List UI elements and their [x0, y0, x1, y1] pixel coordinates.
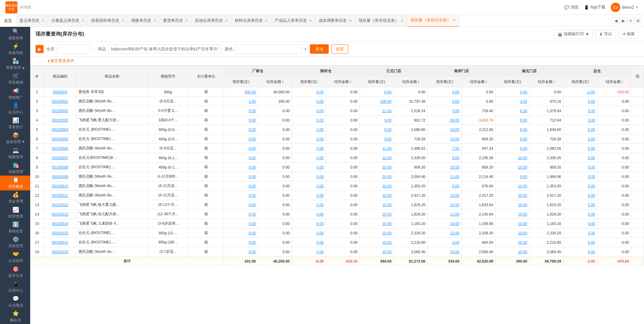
- row-cc-qty[interactable]: 0.00: [292, 181, 326, 191]
- row-na-qty[interactable]: 0.00: [428, 87, 462, 97]
- row-code[interactable]: 00100005: [44, 134, 76, 144]
- tab-close-xiancun-fen[interactable]: ✕: [453, 18, 455, 22]
- row-code[interactable]: 00100015: [44, 228, 76, 238]
- sidebar-item-retail-mall[interactable]: 🛒 零售商城: [0, 72, 30, 86]
- row-na-qty[interactable]: 10.00: [428, 191, 462, 200]
- tab-close-fenpan[interactable]: ✕: [82, 19, 84, 22]
- row-jb-qty[interactable]: 10.00: [360, 172, 393, 181]
- yb-amt-info-icon[interactable]: ℹ: [553, 80, 555, 84]
- row-cf-qty[interactable]: 0.00: [224, 134, 258, 144]
- row-jb-qty[interactable]: 0.00: [360, 87, 393, 97]
- row-yb-qty[interactable]: 10.00: [495, 181, 529, 191]
- tab-diaob[interactable]: 调拨单历史 ✕: [128, 15, 160, 27]
- row-cf-qty[interactable]: 1.00: [224, 97, 258, 106]
- tab-close-xiancun-kuang[interactable]: ✕: [401, 19, 404, 22]
- row-code[interactable]: 00100013: [44, 210, 76, 219]
- na-amt-info-icon[interactable]: ℹ: [486, 80, 487, 84]
- row-jb-qty[interactable]: 10.00: [360, 247, 393, 257]
- sidebar-item-operations[interactable]: 📈 经营管理: [0, 205, 30, 220]
- refresh-btn[interactable]: ↺ 刷新: [619, 30, 639, 39]
- tab-close-cailiao[interactable]: ✕: [265, 19, 268, 22]
- row-cc-qty[interactable]: 0.00: [292, 106, 326, 115]
- row-cc-qty[interactable]: 0.00: [292, 144, 326, 153]
- tab-xiancun-kuang[interactable]: 现存量（库存状况表） ✕: [355, 15, 407, 27]
- row-jb-qty[interactable]: 9.00: [360, 134, 393, 144]
- row-total-qty[interactable]: 0.00: [563, 115, 597, 125]
- tab-prev-btn[interactable]: ◀: [612, 17, 619, 24]
- row-cf-qty[interactable]: 0.00: [224, 210, 258, 219]
- sidebar-item-purchase[interactable]: 🛍️ 采购管理: [0, 160, 30, 175]
- row-code[interactable]: 00100003: [44, 115, 76, 125]
- row-total-qty[interactable]: 0.00: [563, 210, 597, 219]
- row-yb-qty[interactable]: 10.00: [495, 219, 529, 228]
- row-cc-qty[interactable]: 0.00: [292, 219, 326, 228]
- messages-btn[interactable]: 💬 消息: [564, 4, 579, 10]
- sidebar-item-system[interactable]: ⚙️ 系统管理: [0, 235, 30, 250]
- sidebar-item-apps[interactable]: 📱 应用中心: [0, 279, 30, 294]
- row-yb-qty[interactable]: 3.00: [495, 97, 529, 106]
- row-code[interactable]: 00100010: [44, 181, 76, 191]
- row-na-qty[interactable]: 10.00: [428, 247, 462, 257]
- row-total-qty[interactable]: 0.00: [563, 153, 597, 163]
- row-cf-qty[interactable]: 0.00: [224, 228, 258, 238]
- row-na-qty[interactable]: 3.00: [428, 238, 462, 247]
- row-jb-qty[interactable]: 10.00: [360, 238, 393, 247]
- row-cc-qty[interactable]: 0.00: [292, 153, 326, 163]
- row-jb-qty[interactable]: 10.00: [360, 210, 393, 219]
- row-cf-qty[interactable]: 0.00: [224, 172, 258, 181]
- row-jb-qty[interactable]: 10.00: [360, 191, 393, 200]
- row-yb-qty[interactable]: 10.00: [495, 153, 529, 163]
- app-download-btn[interactable]: 📱 App下载: [584, 4, 605, 10]
- tab-home[interactable]: 首页: [0, 15, 16, 27]
- tab-xiancun-fen[interactable]: 现存量（库存分布表） ✕: [407, 15, 459, 27]
- tab-close-chenben[interactable]: ✕: [349, 19, 352, 22]
- row-yb-qty[interactable]: 6.00: [495, 106, 529, 115]
- row-na-qty[interactable]: 10.00: [428, 200, 462, 210]
- sidebar-item-marketing[interactable]: 📢 营销推广: [0, 86, 30, 101]
- sidebar-item-collab[interactable]: 🤝 企业协同: [0, 250, 30, 265]
- row-total-qty[interactable]: 0.00: [563, 219, 597, 228]
- row-code[interactable]: 00100007: [44, 153, 76, 163]
- sidebar-item-inventory[interactable]: 📋 库存核算: [0, 176, 30, 190]
- sidebar-item-ecom[interactable]: 💻 电商管理: [0, 146, 30, 160]
- tab-cailiao[interactable]: 材料出库单历史 ✕: [231, 15, 271, 27]
- row-na-qty[interactable]: 10.00: [428, 134, 462, 144]
- row-na-qty[interactable]: 11.00: [428, 210, 462, 219]
- row-code[interactable]: 00100012: [44, 200, 76, 210]
- row-total-qty[interactable]: 0.00: [563, 134, 597, 144]
- row-code[interactable]: 00100001: [44, 97, 76, 106]
- sidebar-item-finance[interactable]: 💰 资金管理: [0, 190, 30, 205]
- sidebar-item-guide[interactable]: 🎯 新手引导: [0, 265, 30, 279]
- tab-chenben[interactable]: 成本调整单历史 ✕: [315, 15, 355, 27]
- row-cf-qty[interactable]: 200.00: [224, 87, 258, 97]
- row-yb-qty[interactable]: 8.00: [495, 115, 529, 125]
- tab-close-qitachu[interactable]: ✕: [225, 19, 228, 22]
- row-yb-qty[interactable]: 10.00: [495, 191, 529, 200]
- row-na-qty[interactable]: 3.00: [428, 106, 462, 115]
- tab-next-btn[interactable]: ▶: [620, 17, 627, 24]
- tab-qitachu[interactable]: 其他出库单历史 ✕: [192, 15, 231, 27]
- row-cf-qty[interactable]: 0.00: [224, 200, 258, 210]
- row-jb-qty[interactable]: 11.00: [360, 106, 393, 115]
- row-cc-qty[interactable]: 0.00: [292, 87, 326, 97]
- row-cf-qty[interactable]: 0.00: [224, 106, 258, 115]
- row-total-qty[interactable]: 0.00: [563, 181, 597, 191]
- row-cf-qty[interactable]: 0.00: [224, 153, 258, 163]
- row-yb-qty[interactable]: 10.00: [495, 228, 529, 238]
- row-cf-qty[interactable]: 0.00: [224, 191, 258, 200]
- tab-fenpan[interactable]: 分量盘点单历史 ✕: [48, 15, 88, 27]
- row-na-qty[interactable]: 7.00: [428, 144, 462, 153]
- row-total-qty[interactable]: 0.00: [563, 172, 597, 181]
- row-cf-qty[interactable]: 0.00: [224, 238, 258, 247]
- row-cc-qty[interactable]: 0.00: [292, 210, 326, 219]
- row-cf-qty[interactable]: 0.00: [224, 144, 258, 153]
- row-na-qty[interactable]: -39.00: [428, 115, 462, 125]
- row-na-qty[interactable]: 11.00: [428, 172, 462, 181]
- row-jb-qty[interactable]: 9.00: [360, 125, 393, 134]
- row-total-qty[interactable]: 0.00: [563, 200, 597, 210]
- sidebar-item-wechat[interactable]: 💬 企业微信: [0, 294, 30, 309]
- row-code[interactable]: 00100004: [44, 125, 76, 134]
- sidebar-item-members[interactable]: 👤 会员中心: [0, 101, 30, 116]
- row-code[interactable]: 00100018: [44, 247, 76, 257]
- row-code[interactable]: 00100016: [44, 238, 76, 247]
